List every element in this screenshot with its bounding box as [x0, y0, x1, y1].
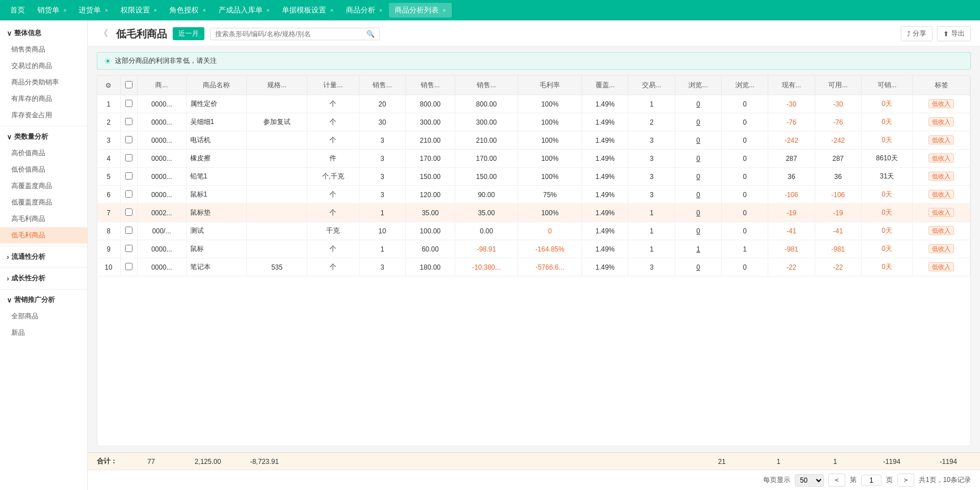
- row-view2: 0: [722, 131, 768, 150]
- sidebar-item-low-coverage[interactable]: 低覆盖度商品: [0, 194, 87, 211]
- row-check[interactable]: [120, 150, 137, 168]
- nav-product-analysis-list[interactable]: 商品分析列表 ×: [389, 3, 451, 18]
- row-view1[interactable]: 0: [675, 186, 721, 204]
- nav-purchase[interactable]: 进货单 ×: [73, 3, 113, 18]
- export-button[interactable]: ⬆ 导出: [937, 26, 971, 41]
- sidebar-item-new-goods[interactable]: 新品: [0, 325, 87, 341]
- search-icon[interactable]: 🔍: [366, 30, 375, 38]
- row-name: 鼠标垫: [186, 204, 247, 222]
- row-check[interactable]: [120, 258, 137, 276]
- prev-page-button[interactable]: ＜: [828, 474, 845, 487]
- nav-permissions[interactable]: 权限设置 ×: [115, 3, 162, 18]
- row-coverage: 1.49%: [582, 186, 628, 204]
- row-check[interactable]: [120, 95, 137, 113]
- nav-home[interactable]: 首页: [5, 3, 31, 18]
- select-all-checkbox[interactable]: [125, 81, 132, 88]
- row-view1[interactable]: 0: [675, 95, 721, 113]
- per-page-select[interactable]: 50 20 100: [795, 474, 824, 487]
- sidebar-item-low-value[interactable]: 低价值商品: [0, 161, 87, 178]
- sidebar-group-quantity[interactable]: ∨ 类数量分析: [0, 129, 87, 145]
- row-check[interactable]: [120, 113, 137, 131]
- row-gross-rate: 100%: [518, 131, 582, 150]
- sidebar-item-high-value[interactable]: 高价值商品: [0, 145, 87, 161]
- th-sales-amount: 销售...: [455, 76, 518, 95]
- sidebar-group-growth[interactable]: › 成长性分析: [0, 270, 87, 287]
- row-trade: 3: [628, 258, 675, 276]
- row-gross-rate: 100%: [518, 150, 582, 168]
- collapse-sidebar-button[interactable]: 《: [97, 28, 110, 40]
- row-view1[interactable]: 0: [675, 258, 721, 276]
- row-view1[interactable]: 0: [675, 204, 721, 222]
- row-gross-rate: 100%: [518, 168, 582, 186]
- th-settings[interactable]: ⚙: [97, 76, 120, 95]
- divider-1: [0, 126, 87, 126]
- search-input[interactable]: [215, 30, 366, 38]
- nav-product-analysis[interactable]: 商品分析 ×: [340, 3, 388, 18]
- row-view1[interactable]: 0: [675, 150, 721, 168]
- row-check[interactable]: [120, 186, 137, 204]
- sidebar-group-overall[interactable]: ∨ 整体信息: [0, 25, 87, 41]
- row-name: 鼠标: [186, 240, 247, 258]
- sidebar-item-stock-capital[interactable]: 库存资金占用: [0, 107, 87, 123]
- sidebar-item-stock-goods[interactable]: 有库存的商品: [0, 91, 87, 107]
- row-stock-cur: -22: [768, 258, 815, 276]
- row-view1[interactable]: 0: [675, 113, 721, 131]
- row-check[interactable]: [120, 222, 137, 240]
- page-input[interactable]: [861, 475, 881, 486]
- row-stock-avail: -76: [815, 113, 861, 131]
- row-tag: 低收入: [913, 222, 970, 240]
- row-unit: 件: [307, 150, 360, 168]
- th-check[interactable]: [120, 76, 137, 95]
- sidebar-item-all-goods[interactable]: 全部商品: [0, 308, 87, 325]
- notice-bar: ☀ 这部分商品的利润非常低，请关注: [97, 52, 971, 70]
- share-button[interactable]: ⤴ 分享: [901, 26, 932, 41]
- row-sales-amount: 35.00: [455, 204, 518, 222]
- row-stock-avail: 287: [815, 150, 861, 168]
- sidebar-item-low-margin[interactable]: 低毛利商品: [0, 227, 87, 244]
- row-tag: 低收入: [913, 258, 970, 276]
- next-page-button[interactable]: ＞: [897, 474, 914, 487]
- row-view2: 0: [722, 168, 768, 186]
- chevron-down-icon-3: ∨: [7, 296, 12, 304]
- table-row: 3 0000... 电话机 个 3 210.00 210.00 100% 1.4…: [97, 131, 970, 150]
- share-icon: ⤴: [907, 30, 910, 38]
- period-button[interactable]: 近一月: [173, 27, 204, 40]
- row-view2: 0: [722, 204, 768, 222]
- sidebar-group-marketing[interactable]: ∨ 营销推广分析: [0, 292, 87, 308]
- row-stock-avail: -242: [815, 131, 861, 150]
- row-view1[interactable]: 0: [675, 222, 721, 240]
- row-sales-price: 35.00: [405, 204, 455, 222]
- nav-template[interactable]: 单据模板设置 ×: [276, 3, 339, 18]
- row-coverage: 1.49%: [582, 240, 628, 258]
- nav-sales[interactable]: 销货单 ×: [32, 3, 72, 18]
- row-check[interactable]: [120, 240, 137, 258]
- sidebar-item-high-margin[interactable]: 高毛利商品: [0, 211, 87, 227]
- sidebar-group-liquidity[interactable]: › 流通性分析: [0, 249, 87, 265]
- row-check[interactable]: [120, 131, 137, 150]
- page-summary: 共1页，10条记录: [919, 475, 971, 485]
- row-stock-sale: 0天: [861, 240, 913, 258]
- row-num: 2: [97, 113, 120, 131]
- th-view1: 浏览...: [675, 76, 721, 95]
- sidebar-item-category-rate[interactable]: 商品分类助销率: [0, 74, 87, 91]
- row-check[interactable]: [120, 168, 137, 186]
- row-gross-rate: 0: [518, 222, 582, 240]
- page-title: 低毛利商品: [116, 27, 167, 41]
- row-name: 测试: [186, 222, 247, 240]
- row-trade: 3: [628, 131, 675, 150]
- row-stock-avail: 36: [815, 168, 861, 186]
- row-spec: [247, 131, 307, 150]
- row-check[interactable]: [120, 204, 137, 222]
- nav-product-entry[interactable]: 产成品入库单 ×: [213, 3, 275, 18]
- row-sales-qty: 3: [359, 150, 405, 168]
- row-view1[interactable]: 0: [675, 168, 721, 186]
- footer-view1: 1: [756, 458, 801, 466]
- sidebar-item-traded-goods[interactable]: 交易过的商品: [0, 58, 87, 74]
- search-box: 🔍: [210, 28, 380, 40]
- nav-role-auth[interactable]: 角色授权 ×: [164, 3, 211, 18]
- row-view1[interactable]: 0: [675, 131, 721, 150]
- row-view1[interactable]: 1: [675, 240, 721, 258]
- sidebar-item-sales-goods[interactable]: 销售类商品: [0, 41, 87, 58]
- sidebar-item-high-coverage[interactable]: 高覆盖度商品: [0, 178, 87, 194]
- th-view2: 浏览...: [722, 76, 768, 95]
